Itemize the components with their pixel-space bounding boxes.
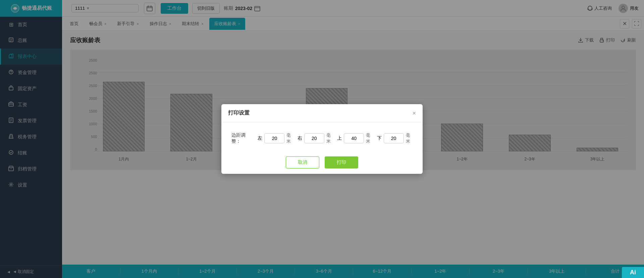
margin-label: 边距调整：	[231, 132, 254, 144]
confirm-print-button[interactable]: 打印	[325, 156, 358, 168]
margin-row: 边距调整： 左 毫米 右 毫米 上 毫米 下	[231, 132, 413, 144]
top-input[interactable]	[344, 133, 364, 143]
dialog-title: 打印设置	[228, 110, 250, 117]
margin-top-group: 上 毫米	[337, 132, 373, 144]
margin-left-group: 左 毫米	[258, 132, 293, 144]
top-unit: 毫米	[366, 132, 373, 144]
bottom-unit: 毫米	[406, 132, 413, 144]
right-input[interactable]	[304, 133, 324, 143]
top-label: 上	[337, 135, 342, 141]
ai-label: Ai	[630, 269, 636, 276]
bottom-input[interactable]	[384, 133, 404, 143]
dialog-close-button[interactable]: ×	[412, 110, 416, 116]
left-label: 左	[258, 135, 262, 141]
print-settings-dialog: 打印设置 × 边距调整： 左 毫米 右 毫米 上 毫米	[221, 104, 423, 174]
right-unit: 毫米	[326, 132, 333, 144]
dialog-footer: 取消 打印	[221, 151, 423, 174]
dialog-body: 边距调整： 左 毫米 右 毫米 上 毫米 下	[221, 122, 423, 151]
dialog-header: 打印设置 ×	[221, 104, 423, 122]
margin-bottom-group: 下 毫米	[377, 132, 413, 144]
cancel-button[interactable]: 取消	[286, 156, 319, 168]
margin-right-group: 右 毫米	[298, 132, 333, 144]
left-unit: 毫米	[286, 132, 293, 144]
bottom-label: 下	[377, 135, 382, 141]
ai-badge[interactable]: Ai	[622, 267, 644, 278]
dialog-overlay: 打印设置 × 边距调整： 左 毫米 右 毫米 上 毫米	[0, 0, 644, 278]
left-input[interactable]	[264, 133, 284, 143]
right-label: 右	[298, 135, 302, 141]
